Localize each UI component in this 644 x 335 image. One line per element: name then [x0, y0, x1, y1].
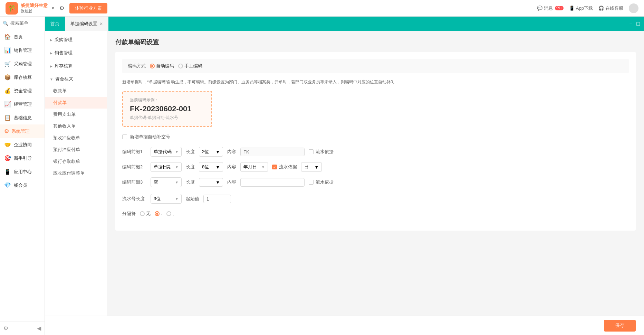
submenu-finance-label: 资金往来 [55, 76, 73, 82]
submenu-item-expense[interactable]: 费用支出单 [45, 109, 107, 120]
operations-icon: 📈 [4, 101, 11, 108]
encoding-method-label: 编码方式 [128, 63, 146, 69]
chevron-down-icon: ▼ [215, 149, 220, 155]
stream2-period-select[interactable]: 日 ▼ [301, 162, 322, 172]
separator-none[interactable]: 无 [140, 211, 151, 217]
chevron-down-icon: ▼ [215, 165, 220, 170]
auto-fill-row: 新增单据自动补空号 [122, 134, 629, 140]
submenu-item-bank[interactable]: 银行存取款单 [45, 156, 107, 167]
auto-fill-checkbox[interactable] [122, 134, 127, 139]
search-icon: 🔍 [3, 21, 8, 26]
sidebar-item-label: 采购管理 [14, 61, 32, 67]
submenu-sales-title[interactable]: ▶ 销售管理 [45, 47, 107, 59]
sidebar-item-purchase[interactable]: 🛒 采购管理 [0, 57, 45, 71]
sidebar-item-inventory[interactable]: 📦 库存核算 [0, 71, 45, 84]
length2-select[interactable]: 8位 ▼ [199, 162, 223, 172]
submenu-item-advance-receipt[interactable]: 预收冲应收单 [45, 132, 107, 144]
service-icon: 🎧 [598, 6, 604, 11]
sidebar-item-guide[interactable]: 🎯 新手引导 [0, 151, 45, 165]
serial-length-select[interactable]: 3位 ▼ [151, 194, 182, 204]
prefix2-select[interactable]: 单据日期 ▼ [151, 162, 182, 172]
length1-select[interactable]: 2位 ▼ [199, 147, 223, 157]
tab-close-icon[interactable]: ✕ [99, 21, 103, 26]
length3-select[interactable]: ▼ [199, 178, 223, 187]
content2-value: 年月日 [243, 164, 257, 170]
experience-button[interactable]: 体验行业方案 [69, 3, 107, 13]
start-value-input[interactable] [203, 195, 231, 203]
sidebar-item-operations[interactable]: 📈 经营管理 [0, 97, 45, 111]
sidebar-item-enterprise[interactable]: 🤝 企业协同 [0, 138, 45, 151]
tab-encoding-label: 单据编码设置 [70, 21, 97, 27]
info-text: 新增单据时，*单据编码*自动生成，不可编辑。前缀设置为部门、业务员等档案类，开单… [122, 79, 629, 85]
preview-code: FK-20230602-001 [130, 104, 204, 113]
submenu-inventory-title[interactable]: ▶ 库存核算 [45, 60, 107, 72]
minimize-icon[interactable]: － [628, 20, 634, 28]
submenu-item-receipt[interactable]: 收款单 [45, 85, 107, 97]
encoding-rows: 编码前缀1 单据代码 ▼ 长度 2位 ▼ 内容 [122, 147, 629, 187]
tab-encoding[interactable]: 单据编码设置 ✕ [65, 17, 108, 31]
submenu-item-adjustment[interactable]: 应收应付调整单 [45, 167, 107, 179]
tabbar-right: － □ [624, 20, 644, 28]
encoding-method-row: 编码方式 自动编码 手工编码 [122, 59, 629, 73]
save-button[interactable]: 保存 [604, 320, 636, 332]
separator-dot[interactable]: . [166, 211, 174, 216]
sidebar-item-vip[interactable]: 💎 畅会员 [0, 178, 45, 192]
footer-settings-icon[interactable]: ⚙ [3, 325, 8, 332]
sidebar-item-label: 应用中心 [14, 169, 32, 175]
submenu-group-sales: ▶ 销售管理 [45, 47, 107, 59]
sidebar-item-label: 首页 [14, 34, 23, 40]
chevron-right-icon: ▶ [50, 51, 52, 55]
content3-input[interactable] [240, 178, 305, 187]
footer-collapse-icon[interactable]: ◀ [37, 325, 41, 332]
stream1-checkbox[interactable] [309, 149, 314, 154]
topbar-dropdown[interactable]: ▾ [52, 6, 54, 11]
settings-icon-btn[interactable]: ⚙ [57, 3, 67, 13]
system-icon: ⚙ [4, 128, 9, 134]
stream3-checkbox[interactable] [309, 180, 314, 185]
prefix3-value: 空 [154, 179, 158, 185]
encoding-row2-label: 编码前缀2 [122, 164, 146, 170]
sidebar-item-system[interactable]: ⚙ 系统管理 [0, 124, 45, 138]
sidebar-item-label: 经营管理 [14, 101, 32, 108]
submenu-purchase-title[interactable]: ▶ 采购管理 [45, 34, 107, 46]
submenu-finance-title[interactable]: ▼ 资金往来 [45, 73, 107, 85]
online-service-btn[interactable]: 🎧 在线客服 [598, 5, 623, 11]
messages-btn[interactable]: 💬 消息 99+ [537, 5, 564, 11]
content-body: ▶ 采购管理 ▶ 销售管理 ▶ 库存核算 [45, 31, 644, 316]
chevron-down-icon: ▼ [261, 165, 265, 169]
sidebar-item-finance[interactable]: 💰 资金管理 [0, 84, 45, 97]
maximize-icon[interactable]: □ [636, 21, 640, 27]
messages-label: 消息 [544, 5, 553, 11]
prefix3-select[interactable]: 空 ▼ [151, 177, 182, 187]
sidebar-item-app-center[interactable]: 📱 应用中心 [0, 165, 45, 178]
logo-icon: 🎋 [6, 2, 18, 15]
sidebar-item-home[interactable]: 🏠 首页 [0, 30, 45, 44]
stream2-checkbox[interactable]: ✓ [272, 165, 277, 169]
submenu: ▶ 采购管理 ▶ 销售管理 ▶ 库存核算 [45, 31, 107, 316]
content2-select[interactable]: 年月日 ▼ [240, 162, 268, 172]
sidebar-item-sales[interactable]: 📊 销售管理 [0, 44, 45, 57]
separator-dash-label: - [161, 211, 162, 216]
content1-label: 内容 [227, 149, 236, 155]
vip-icon: 💎 [4, 182, 11, 188]
auto-encoding-label: 自动编码 [156, 63, 174, 69]
content1-input[interactable] [240, 148, 305, 156]
stream1-checkbox-row: 流水依据 [309, 149, 334, 155]
sidebar-item-basic[interactable]: 📋 基础信息 [0, 111, 45, 124]
prefix1-select[interactable]: 单据代码 ▼ [151, 147, 182, 157]
separator-dash[interactable]: - [155, 211, 162, 216]
chevron-down-icon: ▼ [175, 150, 179, 154]
sidebar-search[interactable]: 🔍 搜索菜单 [0, 17, 45, 30]
radio-manual-encoding[interactable]: 手工编码 [178, 63, 202, 69]
submenu-sales-label: 销售管理 [55, 50, 73, 56]
app-download-btn[interactable]: 📱 App下载 [569, 5, 593, 11]
tab-home[interactable]: 首页 [45, 17, 65, 31]
submenu-item-payment[interactable]: 付款单 [45, 97, 107, 109]
submenu-item-other-income[interactable]: 其他收入单 [45, 120, 107, 132]
chevron-down-icon: ▼ [215, 180, 220, 185]
submenu-inventory-label: 库存核算 [55, 63, 73, 69]
chevron-right-icon: ▶ [50, 64, 52, 68]
user-avatar[interactable] [629, 3, 638, 13]
submenu-item-advance-payment[interactable]: 预付冲应付单 [45, 144, 107, 156]
radio-auto-encoding[interactable]: 自动编码 [150, 63, 174, 69]
